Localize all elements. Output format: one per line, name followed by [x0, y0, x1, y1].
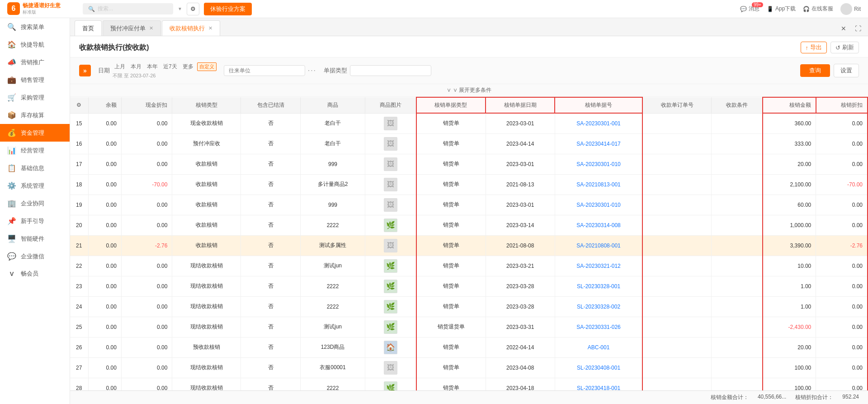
cell-receipt-order: [642, 378, 711, 390]
app-download-button[interactable]: 📱 App下载: [767, 5, 796, 13]
tab-receipt-verify[interactable]: 收款核销执行 ✕: [162, 20, 220, 36]
cell-bill-no[interactable]: SA-20230301-010: [555, 195, 642, 215]
tab-prepay-close[interactable]: ✕: [149, 25, 153, 31]
cell-goods-image: 🌿: [365, 378, 416, 390]
cell-bill-no[interactable]: SA-20230314-008: [555, 215, 642, 235]
export-button[interactable]: ↑ 导出: [801, 42, 827, 53]
sidebar-item-finance[interactable]: 💰 资金管理: [0, 124, 70, 142]
cell-verify-type: 预付冲应收: [172, 133, 241, 154]
cell-bill-no[interactable]: SL-20230408-001: [555, 357, 642, 378]
refresh-button[interactable]: ↺ 刷新: [830, 42, 859, 53]
sidebar-item-member[interactable]: V 畅会员: [0, 265, 70, 282]
sidebar-item-sales[interactable]: 💼 销售管理: [0, 71, 70, 89]
cell-bill-no[interactable]: SL-20230328-002: [555, 296, 642, 317]
counterparty-input[interactable]: [224, 65, 305, 76]
cell-bill-no[interactable]: SA-20230321-012: [555, 256, 642, 276]
cell-receipt-order: [642, 276, 711, 296]
filter-toggle-button[interactable]: »: [79, 65, 91, 76]
cell-cash-discount: -2.76: [121, 235, 172, 256]
date-option-row: 上月 本月 本年 近7天 更多 自定义: [113, 62, 217, 71]
tab-prepay[interactable]: 预付冲应付单 ✕: [103, 20, 161, 36]
date-opt-custom[interactable]: 自定义: [197, 62, 217, 71]
cell-verify-amount: 1.00: [763, 276, 816, 296]
notifications-button[interactable]: 💬 消息 99+: [740, 5, 760, 13]
online-service-button[interactable]: 🎧 在线客服: [803, 5, 833, 13]
close-tab-button[interactable]: ✕: [838, 23, 849, 34]
user-menu[interactable]: Rit: [840, 3, 861, 15]
cell-bill-type: 销货单: [416, 357, 486, 378]
cell-bill-type: 销货单: [416, 276, 486, 296]
cell-bill-no[interactable]: SA-20210808-001: [555, 235, 642, 256]
tab-home[interactable]: 首页: [75, 20, 102, 36]
sidebar-item-system[interactable]: ⚙️ 系统管理: [0, 177, 70, 195]
cell-verify-discount: 0.00: [816, 317, 868, 337]
finance-icon: 💰: [7, 128, 16, 137]
cell-receipt-cond: [712, 378, 763, 390]
cell-id: 25: [70, 317, 88, 337]
table-row: 27 0.00 0.00 现结收款核销 否 衣服00001 🖼 销货单 2023…: [70, 357, 868, 378]
date-opt-last-month[interactable]: 上月: [113, 62, 127, 71]
date-opt-this-year[interactable]: 本年: [145, 62, 160, 71]
sidebar-item-wechat[interactable]: 💬 企业微信: [0, 247, 70, 265]
cell-include-settled: 否: [241, 215, 300, 235]
footer-verify-discount-total: 952.24: [842, 394, 859, 401]
date-options: 上月 本月 本年 近7天 更多 自定义 不限 至 2023-07-26: [113, 62, 217, 79]
cell-include-settled: 否: [241, 317, 300, 337]
settings-button[interactable]: 设置: [834, 64, 859, 77]
system-icon: ⚙️: [7, 181, 16, 190]
cell-verify-amount: 2,100.00: [763, 174, 816, 195]
cell-include-settled: 否: [241, 113, 300, 133]
cell-cash-discount: 0.00: [121, 215, 172, 235]
sidebar-item-quick-nav[interactable]: 🏠 快捷导航: [0, 36, 70, 53]
cell-bill-no[interactable]: SA-20230301-010: [555, 154, 642, 174]
cell-bill-no[interactable]: SA-20210813-001: [555, 174, 642, 195]
cell-bill-type: 销货退货单: [416, 317, 486, 337]
logo-tag: 标准版: [23, 9, 61, 15]
cell-include-settled: 否: [241, 195, 300, 215]
cell-include-settled: 否: [241, 154, 300, 174]
goods-image: 🖼: [384, 117, 397, 130]
cell-bill-no[interactable]: ABC-001: [555, 337, 642, 357]
sidebar-item-purchase[interactable]: 🛒 采购管理: [0, 89, 70, 106]
cell-bill-no[interactable]: SA-20230331-026: [555, 317, 642, 337]
industry-button[interactable]: 休验行业方案: [204, 3, 252, 15]
cell-include-settled: 否: [241, 357, 300, 378]
cell-id: 24: [70, 296, 88, 317]
cell-id: 18: [70, 174, 88, 195]
query-button[interactable]: 查询: [800, 64, 830, 77]
gear-button[interactable]: ⚙: [187, 3, 199, 15]
date-opt-more[interactable]: 更多: [181, 62, 195, 71]
date-opt-7days[interactable]: 近7天: [161, 62, 179, 71]
cell-goods-image: 🖼: [365, 235, 416, 256]
cell-receipt-order: [642, 215, 711, 235]
cell-verify-type: 现结收款核销: [172, 276, 241, 296]
expand-more-bar[interactable]: ∨ ∨ 展开更多条件: [70, 84, 868, 97]
date-opt-this-month[interactable]: 本月: [129, 62, 143, 71]
sidebar-item-hardware[interactable]: 🖥️ 智能硬件: [0, 230, 70, 247]
tab-receipt-verify-close[interactable]: ✕: [208, 25, 212, 31]
cell-verify-type: 现结收款核销: [172, 296, 241, 317]
cell-bill-no[interactable]: SA-20230414-017: [555, 133, 642, 154]
table-wrapper: ⚙ 余额 现金折扣 核销类型 包含已结清 商品 商品图片 核销单据类型 核销单据…: [70, 97, 868, 390]
sidebar-item-management[interactable]: 📊 经营管理: [0, 142, 70, 159]
sidebar-item-marketing[interactable]: 📣 营销推广: [0, 53, 70, 71]
goods-image: 🌿: [384, 381, 397, 391]
sidebar-item-guide[interactable]: 📌 新手引导: [0, 212, 70, 230]
sidebar-item-search-menu[interactable]: 🔍 搜索菜单: [0, 18, 70, 36]
cell-bill-no[interactable]: SL-20230328-001: [555, 276, 642, 296]
sidebar-item-inventory[interactable]: 📦 库存核算: [0, 106, 70, 124]
cell-id: 21: [70, 235, 88, 256]
cell-bill-no[interactable]: SL-20230418-001: [555, 378, 642, 390]
bill-type-select[interactable]: [350, 65, 431, 76]
cell-receipt-cond: [712, 133, 763, 154]
sidebar-item-enterprise[interactable]: 🏢 企业协同: [0, 195, 70, 212]
maximize-button[interactable]: ⛶: [853, 23, 863, 34]
sidebar-item-basic-info[interactable]: 📋 基础信息: [0, 159, 70, 177]
cell-cash-discount: 0.00: [121, 317, 172, 337]
cell-bill-no[interactable]: SA-20230301-001: [555, 113, 642, 133]
cell-receipt-order: [642, 235, 711, 256]
table-row: 16 0.00 0.00 预付冲应收 否 老白干 🖼 销货单 2023-04-1…: [70, 133, 868, 154]
cell-verify-amount: 100.00: [763, 357, 816, 378]
table-row: 18 0.00 -70.00 收款核销 否 多计量商品2 🖼 销货单 2021-…: [70, 174, 868, 195]
cell-receipt-cond: [712, 154, 763, 174]
